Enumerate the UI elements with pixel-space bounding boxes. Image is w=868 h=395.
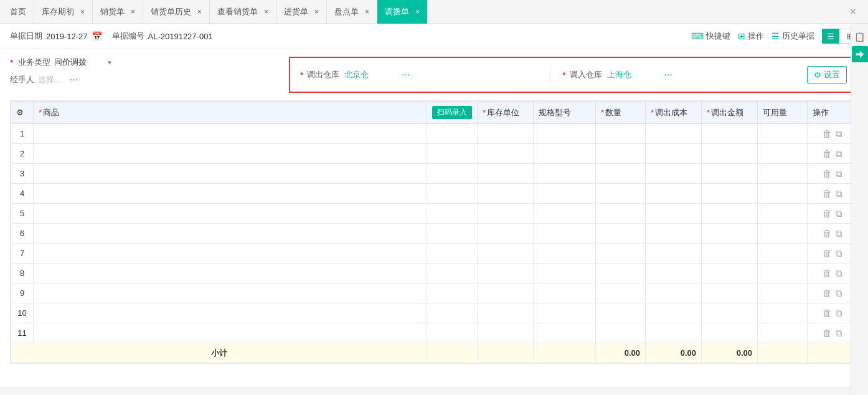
window-close-button[interactable]: × — [841, 0, 866, 24]
row-1-cost[interactable] — [646, 124, 702, 144]
row-1-unit[interactable] — [478, 124, 534, 144]
row-10-cost[interactable] — [646, 303, 702, 323]
business-type-dropdown[interactable]: 同价调拨 ▼ — [54, 57, 113, 68]
row-5-cost[interactable] — [646, 204, 702, 224]
row-10-spec[interactable] — [534, 303, 596, 323]
tab-view-sales-close[interactable]: × — [264, 8, 268, 16]
row-6-spec[interactable] — [534, 224, 596, 244]
row-3-unit[interactable] — [478, 164, 534, 184]
row-10-copy-icon[interactable]: ⧉ — [836, 308, 842, 319]
row-5-copy-icon[interactable]: ⧉ — [836, 208, 842, 219]
tab-transfer-close[interactable]: × — [415, 8, 420, 16]
row-3-product[interactable] — [34, 164, 427, 184]
row-3-spec[interactable] — [534, 164, 596, 184]
row-11-delete-icon[interactable]: 🗑 — [823, 328, 832, 338]
calendar-icon[interactable]: 📅 — [92, 31, 102, 41]
row-2-amount[interactable] — [702, 144, 758, 164]
row-8-unit[interactable] — [478, 264, 534, 283]
tab-inventory-init-close[interactable]: × — [80, 8, 85, 16]
row-11-product[interactable] — [34, 323, 427, 343]
tab-home[interactable]: 首页 — [2, 0, 34, 24]
col-settings-header[interactable]: ⚙ — [11, 102, 34, 124]
row-9-product[interactable] — [34, 283, 427, 303]
row-8-copy-icon[interactable]: ⧉ — [836, 268, 842, 279]
row-4-qty[interactable] — [596, 184, 646, 204]
row-9-unit[interactable] — [478, 283, 534, 303]
row-2-delete-icon[interactable]: 🗑 — [823, 148, 832, 159]
row-9-delete-icon[interactable]: 🗑 — [823, 288, 832, 298]
row-9-cost[interactable] — [646, 283, 702, 303]
row-7-copy-icon[interactable]: ⧉ — [836, 248, 842, 259]
shortcuts-button[interactable]: ⌨ 快捷键 — [691, 31, 730, 42]
tab-stocktake-close[interactable]: × — [365, 8, 369, 16]
row-10-delete-icon[interactable]: 🗑 — [823, 308, 832, 318]
row-8-qty[interactable] — [596, 264, 646, 283]
transfer-out-more-icon[interactable]: ··· — [402, 69, 410, 80]
tab-stocktake[interactable]: 盘点单 × — [327, 0, 377, 24]
row-11-unit[interactable] — [478, 323, 534, 343]
row-2-spec[interactable] — [534, 144, 596, 164]
row-10-qty[interactable] — [596, 303, 646, 323]
row-6-product[interactable] — [34, 224, 427, 244]
row-8-amount[interactable] — [702, 264, 758, 283]
settings-button[interactable]: ⚙ 设置 — [807, 66, 847, 83]
tab-inventory-init[interactable]: 库存期初 × — [34, 0, 93, 24]
row-9-qty[interactable] — [596, 283, 646, 303]
row-1-qty[interactable] — [596, 124, 646, 144]
row-6-cost[interactable] — [646, 224, 702, 244]
row-11-spec[interactable] — [534, 323, 596, 343]
list-view-button[interactable]: ☰ — [822, 29, 839, 44]
row-1-delete-icon[interactable]: 🗑 — [823, 128, 832, 139]
row-11-amount[interactable] — [702, 323, 758, 343]
tab-view-sales[interactable]: 查看销货单 × — [210, 0, 276, 24]
operations-button[interactable]: ⊞ 操作 — [738, 31, 764, 42]
row-3-qty[interactable] — [596, 164, 646, 184]
row-6-delete-icon[interactable]: 🗑 — [823, 228, 832, 239]
history-button[interactable]: ☰ 历史单据 — [771, 31, 814, 42]
row-7-qty[interactable] — [596, 244, 646, 264]
row-4-cost[interactable] — [646, 184, 702, 204]
person-input[interactable]: 选择... — [38, 74, 61, 85]
row-9-copy-icon[interactable]: ⧉ — [836, 288, 842, 299]
row-6-qty[interactable] — [596, 224, 646, 244]
row-11-qty[interactable] — [596, 323, 646, 343]
transfer-in-more-icon[interactable]: ··· — [664, 69, 672, 80]
row-1-amount[interactable] — [702, 124, 758, 144]
sidebar-link-icon[interactable] — [852, 46, 868, 62]
row-6-amount[interactable] — [702, 224, 758, 244]
tab-sales-history-close[interactable]: × — [197, 8, 202, 16]
person-more-icon[interactable]: ··· — [70, 74, 78, 85]
row-8-delete-icon[interactable]: 🗑 — [823, 268, 832, 278]
row-3-delete-icon[interactable]: 🗑 — [823, 168, 832, 179]
row-2-copy-icon[interactable]: ⧉ — [836, 148, 842, 159]
row-3-amount[interactable] — [702, 164, 758, 184]
sidebar-note-icon[interactable]: 📋 — [852, 29, 868, 45]
row-5-delete-icon[interactable]: 🗑 — [823, 208, 832, 219]
row-4-unit[interactable] — [478, 184, 534, 204]
row-4-delete-icon[interactable]: 🗑 — [823, 188, 832, 199]
row-10-product[interactable] — [34, 303, 427, 323]
row-5-qty[interactable] — [596, 204, 646, 224]
tab-purchase[interactable]: 进货单 × — [276, 0, 327, 24]
row-5-product[interactable] — [34, 204, 427, 224]
row-6-copy-icon[interactable]: ⧉ — [836, 228, 842, 239]
tab-sales[interactable]: 销货单 × — [93, 0, 143, 24]
row-2-unit[interactable] — [478, 144, 534, 164]
row-4-copy-icon[interactable]: ⧉ — [836, 188, 842, 199]
row-7-delete-icon[interactable]: 🗑 — [823, 248, 832, 259]
row-4-spec[interactable] — [534, 184, 596, 204]
row-3-cost[interactable] — [646, 164, 702, 184]
row-1-product[interactable] — [34, 124, 427, 144]
tab-transfer[interactable]: 调拨单 × — [377, 0, 428, 24]
tab-sales-history[interactable]: 销货单历史 × — [143, 0, 210, 24]
row-8-spec[interactable] — [534, 264, 596, 283]
row-4-product[interactable] — [34, 184, 427, 204]
row-1-copy-icon[interactable]: ⧉ — [836, 128, 842, 140]
row-5-spec[interactable] — [534, 204, 596, 224]
row-7-spec[interactable] — [534, 244, 596, 264]
row-6-unit[interactable] — [478, 224, 534, 244]
scan-button[interactable]: 扫码录入 — [432, 106, 472, 119]
row-4-amount[interactable] — [702, 184, 758, 204]
tab-sales-close[interactable]: × — [131, 8, 135, 16]
tab-purchase-close[interactable]: × — [314, 8, 319, 16]
